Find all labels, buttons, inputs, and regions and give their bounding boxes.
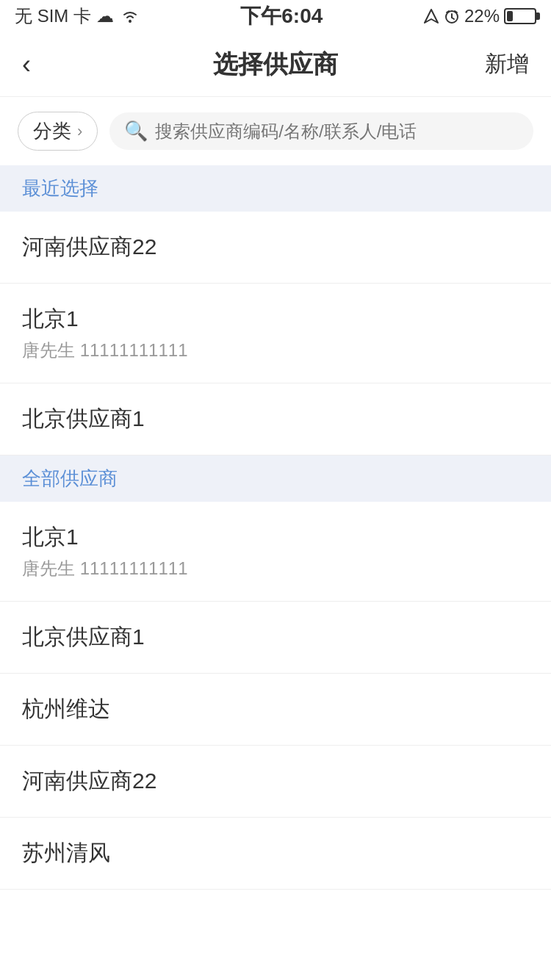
svg-point-0 [129, 20, 132, 23]
alarm-icon [444, 8, 460, 24]
chevron-right-icon: › [77, 122, 82, 141]
list-item[interactable]: 河南供应商22 [0, 746, 551, 818]
item-name: 苏州清风 [22, 838, 529, 868]
item-name: 北京供应商1 [22, 622, 529, 652]
battery-icon [504, 8, 536, 24]
item-name: 河南供应商22 [22, 766, 529, 796]
list-item[interactable]: 杭州维达 [0, 674, 551, 746]
recent-list: 河南供应商22北京1唐先生 11111111111北京供应商1 [0, 212, 551, 455]
category-label: 分类 [33, 118, 71, 144]
list-item[interactable]: 河南供应商22 [0, 212, 551, 284]
search-area: 分类 › 🔍 [0, 97, 551, 165]
item-name: 北京1 [22, 304, 529, 334]
list-item[interactable]: 北京供应商1 [0, 383, 551, 455]
nav-bar: ‹ 选择供应商 新增 [0, 32, 551, 97]
recent-section-header: 最近选择 [0, 165, 551, 212]
status-left: 无 SIM 卡 ☁ [15, 4, 140, 28]
add-button[interactable]: 新增 [485, 49, 529, 79]
list-item[interactable]: 北京1唐先生 11111111111 [0, 502, 551, 602]
status-time: 下午6:04 [240, 2, 323, 30]
item-name: 北京1 [22, 522, 529, 552]
search-input[interactable] [155, 121, 519, 142]
category-filter-button[interactable]: 分类 › [18, 112, 98, 151]
status-bar: 无 SIM 卡 ☁ 下午6:04 22% [0, 0, 551, 32]
no-sim-label: 无 SIM 卡 ☁ [15, 4, 114, 28]
item-name: 北京供应商1 [22, 404, 529, 434]
svg-line-4 [452, 18, 454, 19]
all-section-header: 全部供应商 [0, 455, 551, 502]
list-item[interactable]: 北京供应商1 [0, 602, 551, 674]
all-suppliers-list: 北京1唐先生 11111111111北京供应商1杭州维达河南供应商22苏州清风 [0, 502, 551, 890]
battery-percent: 22% [464, 6, 500, 26]
item-sub: 唐先生 11111111111 [22, 557, 529, 580]
location-icon [423, 8, 439, 24]
item-sub: 唐先生 11111111111 [22, 339, 529, 362]
item-name: 河南供应商22 [22, 232, 529, 262]
search-icon: 🔍 [124, 120, 148, 143]
status-right: 22% [423, 6, 536, 26]
wifi-icon [120, 9, 140, 24]
list-item[interactable]: 北京1唐先生 11111111111 [0, 284, 551, 383]
page-title: 选择供应商 [213, 48, 338, 82]
svg-marker-1 [425, 10, 438, 23]
item-name: 杭州维达 [22, 694, 529, 724]
back-button[interactable]: ‹ [22, 49, 66, 80]
list-item[interactable]: 苏州清风 [0, 818, 551, 890]
search-input-wrap: 🔍 [109, 112, 533, 150]
